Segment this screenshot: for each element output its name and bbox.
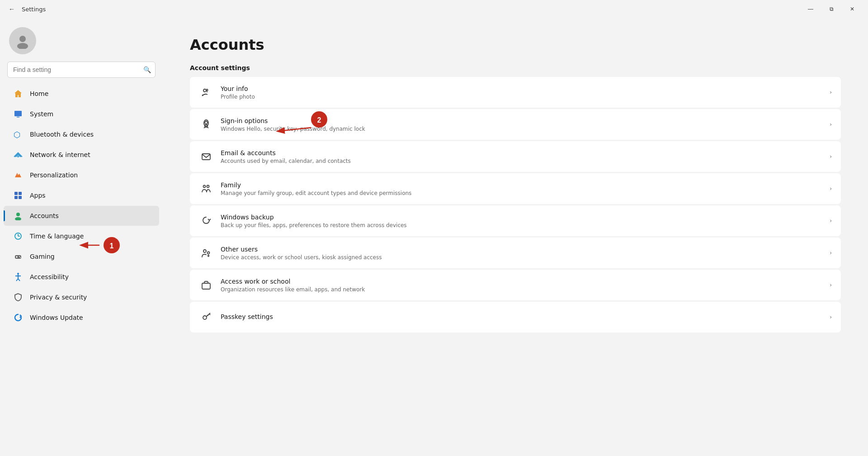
- setting-sign-in[interactable]: Sign-in optionsWindows Hello, security k…: [190, 109, 841, 140]
- app-title: Settings: [22, 6, 797, 13]
- windows-backup-desc: Back up your files, apps, preferences to…: [221, 222, 822, 228]
- svg-rect-33: [202, 154, 210, 160]
- personalization-icon: [13, 170, 24, 180]
- svg-rect-2: [14, 111, 22, 116]
- settings-list: Your infoProfile photo›Sign-in optionsWi…: [190, 77, 841, 332]
- sidebar-item-home[interactable]: Home: [4, 84, 159, 104]
- sidebar-label-accessibility: Accessibility: [30, 273, 69, 280]
- passkey-text: Passkey settings: [221, 313, 822, 322]
- family-desc: Manage your family group, edit account t…: [221, 190, 822, 196]
- svg-point-10: [16, 213, 20, 216]
- your-info-desc: Profile photo: [221, 94, 822, 100]
- home-icon: [13, 88, 24, 99]
- bluetooth-icon: ⬡: [13, 129, 24, 140]
- page-title: Accounts: [190, 36, 841, 53]
- sidebar-item-apps[interactable]: Apps: [4, 185, 159, 205]
- family-name: Family: [221, 181, 822, 189]
- svg-point-19: [20, 257, 21, 258]
- windows-backup-chevron: ›: [830, 218, 832, 224]
- sidebar-item-network[interactable]: Network & internet: [4, 145, 159, 165]
- setting-email-accounts[interactable]: Email & accountsAccounts used by email, …: [190, 141, 841, 172]
- svg-point-35: [207, 185, 209, 188]
- sidebar-item-time[interactable]: Time & language: [4, 226, 159, 246]
- sidebar-item-accessibility[interactable]: Accessibility: [4, 267, 159, 287]
- svg-point-36: [203, 250, 206, 252]
- sidebar-label-system: System: [30, 110, 53, 118]
- back-button[interactable]: ←: [5, 3, 18, 15]
- section-title: Account settings: [190, 64, 841, 71]
- setting-your-info[interactable]: Your infoProfile photo›: [190, 77, 841, 108]
- work-school-chevron: ›: [830, 282, 832, 288]
- system-icon: [13, 109, 24, 119]
- avatar: [9, 27, 36, 54]
- svg-rect-8: [14, 196, 18, 199]
- search-box[interactable]: 🔍: [7, 62, 156, 78]
- email-accounts-desc: Accounts used by email, calendar, and co…: [221, 158, 822, 164]
- svg-point-32: [206, 126, 207, 127]
- sidebar-item-update[interactable]: Windows Update: [4, 308, 159, 328]
- other-users-chevron: ›: [830, 250, 832, 256]
- sidebar-item-system[interactable]: System: [4, 104, 159, 124]
- sidebar-label-home: Home: [30, 90, 48, 97]
- profile-section: [0, 18, 163, 62]
- sidebar-item-privacy[interactable]: Privacy & security: [4, 287, 159, 307]
- work-school-text: Access work or schoolOrganization resour…: [221, 278, 822, 293]
- svg-point-37: [208, 252, 210, 254]
- sidebar-item-gaming[interactable]: Gaming: [4, 247, 159, 266]
- accounts-icon: [13, 210, 24, 221]
- close-button[interactable]: ✕: [842, 2, 863, 16]
- setting-windows-backup[interactable]: Windows backupBack up your files, apps, …: [190, 205, 841, 236]
- setting-passkey[interactable]: Passkey settings›: [190, 302, 841, 332]
- work-school-desc: Organization resources like email, apps,…: [221, 286, 822, 293]
- your-info-name: Your info: [221, 85, 822, 92]
- family-text: FamilyManage your family group, edit acc…: [221, 181, 822, 196]
- svg-point-0: [19, 36, 26, 42]
- windows-backup-icon: [199, 214, 213, 228]
- sign-in-desc: Windows Hello, security key, password, d…: [221, 126, 822, 132]
- sidebar-label-gaming: Gaming: [30, 253, 55, 260]
- windows-backup-name: Windows backup: [221, 214, 822, 221]
- minimize-button[interactable]: —: [800, 2, 821, 16]
- sidebar-item-accounts[interactable]: Accounts: [4, 206, 159, 226]
- passkey-name: Passkey settings: [221, 313, 822, 320]
- setting-other-users[interactable]: Other usersDevice access, work or school…: [190, 238, 841, 268]
- main-content: Accounts Account settings Your infoProfi…: [163, 18, 868, 456]
- family-chevron: ›: [830, 185, 832, 192]
- window-controls: — ⧉ ✕: [800, 2, 863, 16]
- other-users-icon: [199, 246, 213, 260]
- search-input[interactable]: [7, 62, 156, 78]
- sign-in-icon: [199, 117, 213, 132]
- family-icon: [199, 181, 213, 196]
- other-users-text: Other usersDevice access, work or school…: [221, 246, 822, 261]
- svg-point-20: [17, 273, 19, 275]
- svg-point-1: [17, 43, 28, 49]
- svg-point-11: [15, 217, 21, 220]
- sidebar: 🔍 HomeSystem⬡Bluetooth & devicesNetwork …: [0, 18, 163, 456]
- svg-point-25: [203, 89, 206, 92]
- email-accounts-name: Email & accounts: [221, 149, 822, 157]
- setting-family[interactable]: FamilyManage your family group, edit acc…: [190, 173, 841, 204]
- maximize-button[interactable]: ⧉: [821, 2, 842, 16]
- svg-point-5: [17, 156, 19, 157]
- sidebar-item-personalization[interactable]: Personalization: [4, 165, 159, 185]
- sidebar-item-bluetooth[interactable]: ⬡Bluetooth & devices: [4, 124, 159, 144]
- other-users-desc: Device access, work or school users, kio…: [221, 254, 822, 261]
- svg-text:⬡: ⬡: [14, 130, 21, 139]
- sign-in-chevron: ›: [830, 121, 832, 128]
- setting-work-school[interactable]: Access work or schoolOrganization resour…: [190, 270, 841, 300]
- back-icon: ←: [9, 5, 15, 13]
- passkey-chevron: ›: [830, 314, 832, 320]
- svg-rect-3: [17, 117, 19, 118]
- sign-in-name: Sign-in options: [221, 117, 822, 124]
- email-accounts-chevron: ›: [830, 153, 832, 160]
- time-icon: [13, 231, 24, 242]
- sidebar-label-update: Windows Update: [30, 314, 83, 321]
- svg-point-41: [203, 316, 207, 319]
- work-school-name: Access work or school: [221, 278, 822, 285]
- other-users-name: Other users: [221, 246, 822, 253]
- work-school-icon: [199, 278, 213, 292]
- sidebar-label-apps: Apps: [30, 192, 46, 199]
- svg-line-43: [209, 314, 210, 315]
- titlebar: ← Settings — ⧉ ✕: [0, 0, 868, 18]
- sidebar-nav: HomeSystem⬡Bluetooth & devicesNetwork & …: [0, 83, 163, 328]
